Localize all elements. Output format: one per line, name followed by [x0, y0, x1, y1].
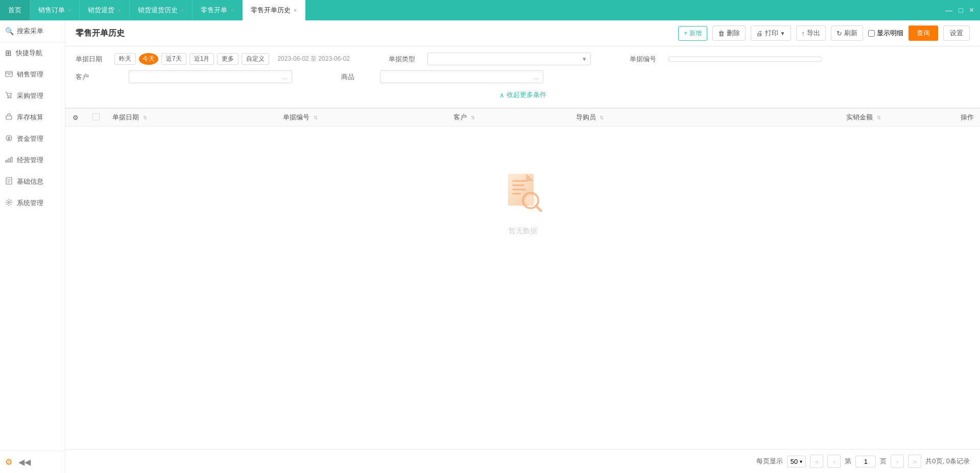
table-checkbox-col[interactable]	[86, 109, 106, 127]
prev-page-button[interactable]: ‹	[827, 455, 841, 468]
next-page-button[interactable]: ›	[891, 455, 904, 468]
chevron-down-icon: ▾	[583, 55, 586, 63]
sidebar-item-inventory[interactable]: 库存核算	[0, 107, 65, 128]
table-select-all-checkbox[interactable]	[92, 113, 100, 120]
restore-icon[interactable]: □	[959, 6, 963, 14]
customer-filter-label: 客户	[76, 72, 106, 82]
sidebar-item-label: 库存核算	[17, 113, 43, 122]
tab-sales-return-history[interactable]: 销货退货历史 ×	[130, 0, 193, 20]
date-1month[interactable]: 近1月	[189, 53, 214, 65]
svg-rect-11	[512, 180, 527, 182]
tab-retail-open[interactable]: 零售开单 ×	[193, 0, 242, 20]
settings-footer-icon[interactable]: ⚙	[5, 457, 12, 467]
col-amount-label: 实销金额	[846, 113, 873, 121]
tab-retail-open-label: 零售开单	[201, 6, 227, 15]
filter-row-1: 单据日期 昨天 今天 近7天 近1月 更多 自定义 2023-06-02 至 2…	[76, 53, 970, 65]
sidebar-item-finance[interactable]: 资金管理	[0, 128, 65, 150]
col-number[interactable]: 单据编号 ⇅	[277, 109, 447, 127]
sidebar-item-label: 采购管理	[17, 91, 43, 101]
empty-state: 暂无数据	[65, 127, 980, 277]
sidebar-item-label: 基础信息	[17, 177, 43, 186]
sidebar-item-sales-mgmt[interactable]: 销售管理	[0, 64, 65, 85]
date-yesterday[interactable]: 昨天	[114, 53, 136, 65]
first-page-button[interactable]: «	[810, 455, 823, 468]
col-date-sort-icon: ⇅	[143, 115, 147, 120]
tab-sales-return[interactable]: 销货退货 ×	[80, 0, 129, 20]
product-ellipsis[interactable]: ...	[533, 73, 539, 81]
col-customer-label: 客户	[453, 113, 467, 121]
sidebar-search[interactable]: 🔍 搜索采单	[0, 20, 65, 42]
display-detail-checkbox[interactable]	[868, 30, 875, 37]
sidebar-item-label: 销售管理	[17, 70, 43, 79]
svg-rect-6	[8, 159, 10, 162]
svg-rect-12	[512, 184, 524, 186]
col-customer[interactable]: 客户 ⇅	[447, 109, 569, 127]
sidebar-item-operations[interactable]: 经营管理	[0, 150, 65, 171]
date-more[interactable]: 更多	[217, 53, 238, 65]
close-window-icon[interactable]: ×	[969, 6, 974, 15]
date-filter-label: 单据日期	[76, 55, 106, 64]
print-button[interactable]: 🖨 打印 ▼	[751, 26, 791, 41]
export-icon: ↑	[802, 30, 805, 37]
page-header: 零售开单历史 + 新增 🗑 删除 🖨 打印 ▼ ↑ 导出 ↻	[65, 20, 980, 46]
query-button[interactable]: 查询	[909, 26, 938, 41]
tab-sales-return-history-close[interactable]: ×	[181, 7, 184, 13]
display-detail-checkbox-label[interactable]: 显示明细	[868, 29, 903, 38]
basic-info-icon	[5, 177, 13, 186]
collapse-sidebar-icon[interactable]: ◀◀	[18, 457, 31, 467]
sidebar-item-label: 经营管理	[17, 156, 43, 165]
col-guide-label: 导购员	[576, 113, 596, 121]
order-number-input[interactable]	[668, 57, 822, 62]
date-today[interactable]: 今天	[139, 53, 158, 65]
collapse-more-btn[interactable]: ∧ 收起更多条件	[76, 88, 970, 102]
tab-retail-open-history-close[interactable]: ×	[294, 7, 297, 13]
last-page-button[interactable]: »	[908, 455, 921, 468]
table-settings-icon[interactable]: ⚙	[73, 114, 79, 121]
tab-sales-order-close[interactable]: ×	[68, 7, 71, 13]
svg-rect-14	[512, 193, 521, 194]
col-date[interactable]: 单据日期 ⇅	[106, 109, 277, 127]
first-page-icon: «	[815, 458, 819, 465]
date-7days[interactable]: 近7天	[161, 53, 186, 65]
refresh-button[interactable]: ↻ 刷新	[831, 26, 863, 41]
export-button[interactable]: ↑ 导出	[796, 26, 826, 41]
top-tabbar: 首页 销售订单 × 销货退货 × 销货退货历史 × 零售开单 × 零售开单历史 …	[0, 0, 980, 20]
svg-point-16	[525, 195, 536, 206]
product-input[interactable]: ...	[380, 70, 543, 83]
col-number-label: 单据编号	[283, 113, 309, 121]
table-area: ⚙ 单据日期 ⇅ 单据编号 ⇅	[65, 108, 980, 449]
tab-sales-order[interactable]: 销售订单 ×	[30, 0, 80, 20]
filter-row-2: 客户 ... 商品 ...	[76, 70, 970, 83]
col-guide[interactable]: 导购员 ⇅	[570, 109, 716, 127]
minimize-icon[interactable]: —	[945, 6, 952, 14]
sidebar-item-purchase-mgmt[interactable]: 采购管理	[0, 85, 65, 107]
sales-mgmt-icon	[5, 70, 13, 79]
sidebar-item-system[interactable]: 系统管理	[0, 192, 65, 214]
date-buttons: 昨天 今天 近7天 近1月 更多 自定义	[114, 53, 269, 65]
tab-sales-return-label: 销货退货	[88, 6, 114, 15]
svg-rect-13	[512, 189, 526, 190]
svg-point-9	[8, 202, 10, 204]
sidebar: 🔍 搜索采单 ⊞ 快捷导航 销售管理 采购管理 库存核算	[0, 20, 65, 473]
tab-sales-order-label: 销售订单	[38, 6, 65, 15]
customer-ellipsis[interactable]: ...	[282, 73, 288, 81]
customer-input[interactable]: ...	[129, 70, 292, 83]
tab-retail-open-close[interactable]: ×	[230, 7, 233, 13]
svg-rect-0	[6, 71, 12, 77]
settings-button[interactable]: 设置	[943, 26, 970, 41]
svg-rect-5	[6, 160, 7, 162]
sidebar-item-basic-info[interactable]: 基础信息	[0, 171, 65, 192]
sidebar-item-quick-nav[interactable]: ⊞ 快捷导航	[0, 42, 65, 64]
page-size-select[interactable]: 50 ▾	[787, 456, 806, 467]
product-filter-label: 商品	[341, 72, 372, 82]
table-settings-col[interactable]: ⚙	[65, 109, 86, 127]
tab-sales-return-close[interactable]: ×	[117, 7, 121, 13]
col-amount[interactable]: 实销金额 ⇅	[716, 109, 887, 127]
current-page-input[interactable]	[855, 456, 876, 467]
delete-button[interactable]: 🗑 删除	[712, 26, 746, 41]
date-custom[interactable]: 自定义	[242, 53, 269, 65]
order-type-select[interactable]: ▾	[427, 53, 591, 65]
add-button[interactable]: + 新增	[678, 26, 707, 41]
tab-home[interactable]: 首页	[0, 0, 30, 20]
tab-retail-open-history[interactable]: 零售开单历史 ×	[243, 0, 305, 20]
